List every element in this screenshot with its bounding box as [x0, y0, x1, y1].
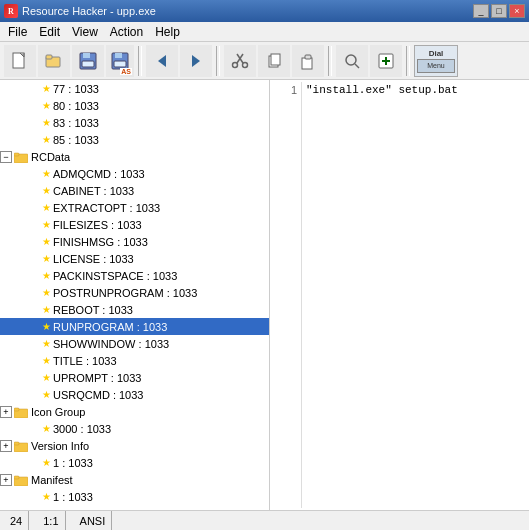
- status-position: 24: [4, 511, 29, 530]
- save-button[interactable]: [72, 45, 104, 77]
- minimize-button[interactable]: _: [473, 4, 489, 18]
- tree-item[interactable]: +Version Info: [0, 437, 269, 454]
- star-icon: ★: [42, 219, 51, 230]
- svg-rect-17: [302, 58, 312, 69]
- tree-item[interactable]: ★LICENSE : 1033: [0, 250, 269, 267]
- tree-item[interactable]: ★ADMQCMD : 1033: [0, 165, 269, 182]
- window-controls[interactable]: _ □ ×: [473, 4, 525, 18]
- menu-bar: File Edit View Action Help: [0, 22, 529, 42]
- svg-line-20: [355, 64, 359, 68]
- paste-button[interactable]: [292, 45, 324, 77]
- svg-rect-4: [83, 53, 90, 58]
- tree-item[interactable]: ★RUNPROGRAM : 1033: [0, 318, 269, 335]
- tree-item-label: Icon Group: [31, 406, 85, 418]
- tree-item[interactable]: ★UPROMPT : 1033: [0, 369, 269, 386]
- collapse-icon[interactable]: −: [0, 151, 12, 163]
- svg-marker-9: [158, 55, 166, 67]
- title-text: Resource Hacker - upp.exe: [22, 5, 469, 17]
- tree-item-label: 83 : 1033: [53, 117, 99, 129]
- tree-item[interactable]: ★TITLE : 1033: [0, 352, 269, 369]
- tree-item[interactable]: ★80 : 1033: [0, 97, 269, 114]
- tree-item[interactable]: ★1 : 1033: [0, 488, 269, 505]
- tree-item[interactable]: ★USRQCMD : 1033: [0, 386, 269, 403]
- tree-item-label: UPROMPT : 1033: [53, 372, 141, 384]
- menu-file[interactable]: File: [2, 22, 33, 41]
- svg-rect-25: [14, 153, 19, 156]
- tree-item[interactable]: ★REBOOT : 1033: [0, 301, 269, 318]
- app-icon: R: [4, 4, 18, 18]
- tree-item[interactable]: ★83 : 1033: [0, 114, 269, 131]
- title-bar: R Resource Hacker - upp.exe _ □ ×: [0, 0, 529, 22]
- tree-item[interactable]: ★77 : 1033: [0, 80, 269, 97]
- tree-item-label: FILESIZES : 1033: [53, 219, 142, 231]
- tree-item[interactable]: ★PACKINSTSPACE : 1033: [0, 267, 269, 284]
- cut-button[interactable]: [224, 45, 256, 77]
- star-icon: ★: [42, 185, 51, 196]
- close-button[interactable]: ×: [509, 4, 525, 18]
- star-icon: ★: [42, 253, 51, 264]
- svg-point-19: [346, 55, 356, 65]
- expand-icon[interactable]: +: [0, 440, 12, 452]
- tree-item-label: PACKINSTSPACE : 1033: [53, 270, 177, 282]
- expand-icon[interactable]: +: [0, 406, 12, 418]
- folder-icon: [14, 474, 28, 486]
- star-icon: ★: [42, 83, 51, 94]
- tree-item-label: 1 : 1033: [53, 491, 93, 503]
- open-button[interactable]: [38, 45, 70, 77]
- tree-item[interactable]: +Icon Group: [0, 403, 269, 420]
- star-icon: ★: [42, 389, 51, 400]
- star-icon: ★: [42, 236, 51, 247]
- tree-item-label: USRQCMD : 1033: [53, 389, 143, 401]
- tree-item-label: REBOOT : 1033: [53, 304, 133, 316]
- star-icon: ★: [42, 134, 51, 145]
- status-line-col: 1:1: [37, 511, 65, 530]
- line-numbers: 1: [272, 82, 302, 508]
- maximize-button[interactable]: □: [491, 4, 507, 18]
- tree-item[interactable]: ★3000 : 1033: [0, 420, 269, 437]
- forward-button[interactable]: [180, 45, 212, 77]
- tree-item[interactable]: −RCData: [0, 148, 269, 165]
- menu-help[interactable]: Help: [149, 22, 186, 41]
- tree-item-label: RCData: [31, 151, 70, 163]
- tree-item-label: CABINET : 1033: [53, 185, 134, 197]
- separator-4: [406, 46, 410, 76]
- star-icon: ★: [42, 100, 51, 111]
- tree-item-label: 77 : 1033: [53, 83, 99, 95]
- tree-item[interactable]: ★85 : 1033: [0, 131, 269, 148]
- editor-panel: 1 "install.exe" setup.bat: [270, 80, 529, 510]
- folder-icon: [14, 151, 28, 163]
- tree-item[interactable]: ★1 : 1033: [0, 454, 269, 471]
- back-button[interactable]: [146, 45, 178, 77]
- tree-item[interactable]: ★FINISHMSG : 1033: [0, 233, 269, 250]
- status-encoding: ANSI: [74, 511, 113, 530]
- tree-item[interactable]: ★FILESIZES : 1033: [0, 216, 269, 233]
- star-icon: ★: [42, 202, 51, 213]
- star-icon: ★: [42, 457, 51, 468]
- status-bar: 24 1:1 ANSI: [0, 510, 529, 530]
- tree-item-label: 3000 : 1033: [53, 423, 111, 435]
- tree-item-label: POSTRUNPROGRAM : 1033: [53, 287, 197, 299]
- tree-item[interactable]: ★CABINET : 1033: [0, 182, 269, 199]
- star-icon: ★: [42, 270, 51, 281]
- dialog-button[interactable]: Dial Menu: [414, 45, 458, 77]
- search-button[interactable]: [336, 45, 368, 77]
- svg-point-14: [243, 62, 248, 67]
- tree-item-label: 85 : 1033: [53, 134, 99, 146]
- star-icon: ★: [42, 321, 51, 332]
- menu-edit[interactable]: Edit: [33, 22, 66, 41]
- tree-panel[interactable]: ★77 : 1033★80 : 1033★83 : 1033★85 : 1033…: [0, 80, 270, 510]
- tree-item[interactable]: ★POSTRUNPROGRAM : 1033: [0, 284, 269, 301]
- tree-item[interactable]: ★SHOWWINDOW : 1033: [0, 335, 269, 352]
- tree-item-label: TITLE : 1033: [53, 355, 117, 367]
- tree-item[interactable]: +Manifest: [0, 471, 269, 488]
- svg-marker-10: [192, 55, 200, 67]
- add-resource-button[interactable]: [370, 45, 402, 77]
- save-as-button[interactable]: AS: [106, 45, 134, 77]
- svg-rect-7: [115, 53, 122, 58]
- menu-view[interactable]: View: [66, 22, 104, 41]
- tree-item[interactable]: ★EXTRACTOPT : 1033: [0, 199, 269, 216]
- expand-icon[interactable]: +: [0, 474, 12, 486]
- menu-action[interactable]: Action: [104, 22, 149, 41]
- copy-button[interactable]: [258, 45, 290, 77]
- new-button[interactable]: [4, 45, 36, 77]
